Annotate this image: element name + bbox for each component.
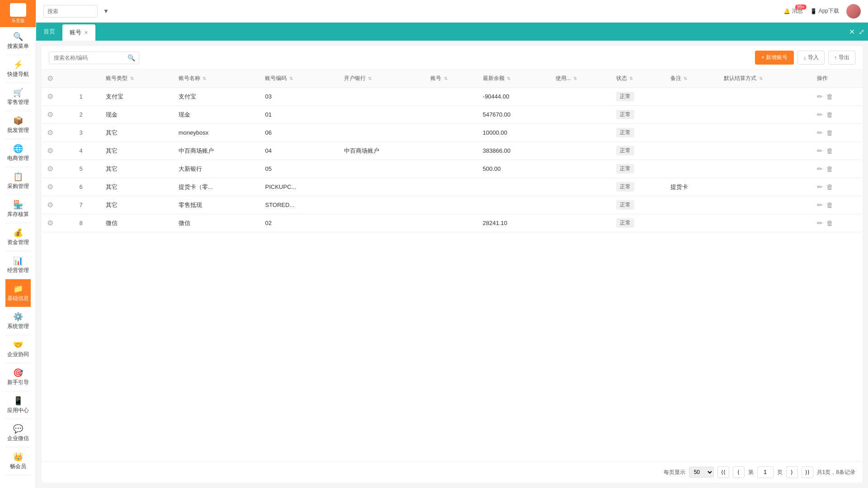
edit-icon-1[interactable]: ✏: [817, 111, 823, 119]
topbar-search-input[interactable]: [43, 5, 98, 18]
row-settings-7[interactable]: ⚙: [42, 214, 74, 232]
row-usage-7: [550, 214, 611, 232]
row-type-7: 微信: [100, 214, 173, 232]
row-usage-0: [550, 88, 611, 106]
tab-account[interactable]: 账号✕: [62, 24, 95, 41]
add-account-button[interactable]: + 新增账号: [755, 51, 794, 65]
sidebar-item-new-guide[interactable]: 🎯新手引导: [5, 363, 31, 391]
sidebar-item-wholesale-mgmt[interactable]: 📦批发管理: [5, 111, 31, 139]
row-settings-0[interactable]: ⚙: [42, 88, 74, 106]
page-size-select[interactable]: 50 100 200: [689, 467, 714, 478]
prev-page-button[interactable]: ⟨: [733, 466, 745, 478]
sidebar-item-finance-mgmt[interactable]: 💰资金管理: [5, 223, 31, 251]
basic-info-label: 基础信息: [7, 295, 29, 302]
sidebar-item-app-center[interactable]: 📱应用中心: [5, 391, 31, 419]
export-button[interactable]: ↑ 导出: [828, 51, 855, 65]
row-note-0: [665, 88, 718, 106]
sidebar-item-quick-nav[interactable]: ⚡快捷导航: [5, 55, 31, 83]
close-tab-button[interactable]: ✕: [849, 28, 855, 36]
row-type-2: 其它: [100, 124, 173, 142]
row-settlement-5: [718, 178, 811, 196]
app-download-button[interactable]: 📱 App下载: [810, 7, 839, 15]
col-account[interactable]: 账号 ⇅: [425, 70, 477, 88]
row-settings-4[interactable]: ⚙: [42, 160, 74, 178]
inventory-icon: 🏪: [7, 200, 29, 210]
retail-mgmt-label: 零售管理: [7, 99, 29, 106]
message-button[interactable]: 🔔 消息 99+: [783, 7, 803, 15]
col-code[interactable]: 账号编码 ⇅: [259, 70, 338, 88]
sidebar-item-business-mgmt[interactable]: 📊经营管理: [5, 251, 31, 279]
sidebar-item-purchase-mgmt[interactable]: 📋采购管理: [5, 167, 31, 195]
sidebar-item-vip-member[interactable]: 👑畅会员: [5, 447, 31, 475]
topbar-left: ▼: [43, 5, 109, 18]
row-num-1: 2: [74, 106, 100, 124]
row-balance-3: 383866.00: [477, 142, 550, 160]
row-settings-6[interactable]: ⚙: [42, 196, 74, 214]
enterprise-wechat-icon: 💬: [7, 424, 29, 434]
row-name-1: 现金: [173, 106, 260, 124]
page-input[interactable]: [757, 466, 774, 478]
sidebar-item-enterprise-wechat[interactable]: 💬企业微信: [5, 419, 31, 447]
sidebar-item-search-menu[interactable]: 🔍搜索菜单: [5, 27, 31, 55]
avatar[interactable]: [846, 4, 861, 19]
delete-icon-7[interactable]: 🗑: [826, 219, 833, 227]
delete-icon-2[interactable]: 🗑: [826, 129, 833, 136]
row-usage-1: [550, 106, 611, 124]
row-settings-2[interactable]: ⚙: [42, 124, 74, 142]
row-settings-3[interactable]: ⚙: [42, 142, 74, 160]
search-input[interactable]: [49, 52, 124, 64]
edit-icon-5[interactable]: ✏: [817, 183, 823, 191]
sidebar-item-basic-info[interactable]: 📁基础信息: [5, 279, 31, 307]
edit-icon-2[interactable]: ✏: [817, 129, 823, 137]
row-settings-1[interactable]: ⚙: [42, 106, 74, 124]
col-balance[interactable]: 最新余额 ⇅: [477, 70, 550, 88]
edit-icon-4[interactable]: ✏: [817, 165, 823, 173]
col-bank[interactable]: 开户银行 ⇅: [339, 70, 425, 88]
edit-icon-6[interactable]: ✏: [817, 201, 823, 209]
row-settings-5[interactable]: ⚙: [42, 178, 74, 196]
delete-icon-3[interactable]: 🗑: [826, 147, 833, 155]
col-settings[interactable]: ⚙: [42, 70, 74, 88]
sidebar-item-sys-mgmt[interactable]: ⚙️系统管理: [5, 307, 31, 335]
tab-home[interactable]: 首页: [36, 23, 62, 41]
last-page-button[interactable]: ⟩⟩: [802, 466, 813, 478]
edit-icon-0[interactable]: ✏: [817, 93, 823, 101]
row-action-0: ✏ 🗑: [811, 88, 863, 106]
row-type-1: 现金: [100, 106, 173, 124]
sidebar-item-ecommerce-mgmt[interactable]: 🌐电商管理: [5, 139, 31, 167]
enterprise-wechat-label: 企业微信: [7, 435, 29, 442]
row-name-0: 支付宝: [173, 88, 260, 106]
col-status[interactable]: 状态 ⇅: [611, 70, 665, 88]
col-settlement[interactable]: 默认结算方式 ⇅: [718, 70, 811, 88]
search-button[interactable]: 🔍: [124, 54, 139, 61]
row-account-1: [425, 106, 477, 124]
business-mgmt-label: 经营管理: [7, 267, 29, 274]
delete-icon-5[interactable]: 🗑: [826, 183, 833, 191]
next-page-button[interactable]: ⟩: [786, 466, 798, 478]
col-name[interactable]: 账号名称 ⇅: [173, 70, 260, 88]
first-page-button[interactable]: ⟨⟨: [717, 466, 729, 478]
row-balance-5: [477, 178, 550, 196]
delete-icon-0[interactable]: 🗑: [826, 93, 833, 100]
edit-icon-3[interactable]: ✏: [817, 147, 823, 155]
col-usage[interactable]: 使用... ⇅: [550, 70, 611, 88]
delete-icon-4[interactable]: 🗑: [826, 165, 833, 173]
business-mgmt-icon: 📊: [7, 256, 29, 266]
row-name-5: 提货卡（零...: [173, 178, 260, 196]
sidebar-item-inventory[interactable]: 🏪库存核算: [5, 195, 31, 223]
import-button[interactable]: ↓ 导入: [797, 51, 825, 65]
delete-icon-6[interactable]: 🗑: [826, 201, 833, 209]
row-status-3: 正常: [611, 142, 665, 160]
maximize-tab-button[interactable]: ⤢: [859, 28, 864, 36]
tab-close-account[interactable]: ✕: [84, 30, 88, 36]
edit-icon-7[interactable]: ✏: [817, 219, 823, 227]
tabbar: 首页账号✕ ✕ ⤢: [36, 23, 868, 41]
sidebar-item-retail-mgmt[interactable]: 🛒零售管理: [5, 83, 31, 111]
row-settlement-0: [718, 88, 811, 106]
delete-icon-1[interactable]: 🗑: [826, 111, 833, 118]
topbar-dropdown[interactable]: ▼: [103, 8, 109, 14]
col-type[interactable]: 账号类型 ⇅: [100, 70, 173, 88]
row-balance-4: 500.00: [477, 160, 550, 178]
col-note[interactable]: 备注 ⇅: [665, 70, 718, 88]
sidebar-item-enterprise-agreement[interactable]: 🤝企业协同: [5, 335, 31, 363]
